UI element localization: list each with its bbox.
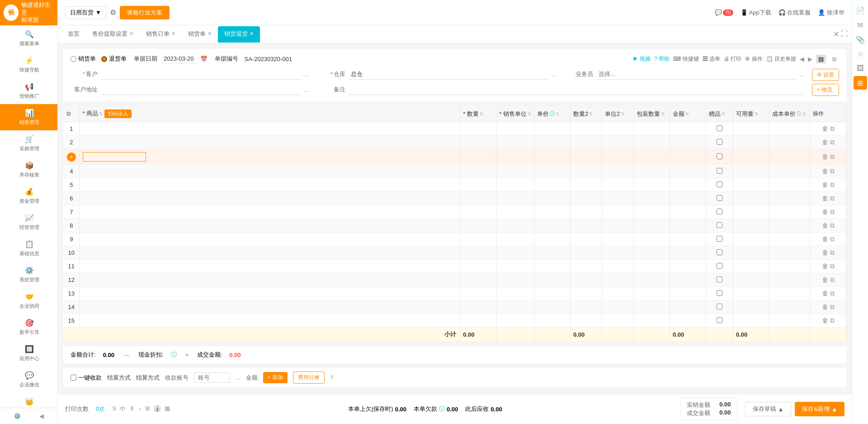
avail-cell-14[interactable]	[733, 300, 769, 314]
avail-cell-11[interactable]	[733, 260, 769, 273]
settings-gear-icon[interactable]: ⚙	[110, 8, 116, 17]
logistics-side-btn[interactable]: + 物流	[812, 84, 839, 96]
price-cell-10[interactable]	[534, 246, 571, 260]
price-cell-1[interactable]	[534, 122, 571, 136]
sidebar-item-apps[interactable]: 🔲应用中心	[0, 340, 57, 367]
unit2-cell-4[interactable]	[602, 165, 634, 178]
cost-cell-15[interactable]	[769, 314, 810, 328]
gift-checkbox-13[interactable]	[717, 290, 722, 296]
amount-cell-1[interactable]	[670, 122, 706, 136]
qty-cell-11[interactable]	[460, 260, 496, 273]
unit-cell-10[interactable]	[496, 246, 534, 260]
sidebar-item-finance[interactable]: 💰资金管理	[0, 183, 57, 209]
unit-cell-15[interactable]	[496, 314, 534, 328]
gift-checkbox-14[interactable]	[717, 304, 722, 310]
gift-cell-11[interactable]	[706, 260, 733, 273]
pack-cell-10[interactable]	[634, 246, 670, 260]
tab-price[interactable]: 售价提取设置✕	[86, 26, 140, 43]
delete-icon-12[interactable]: 🗑	[822, 276, 828, 284]
tool-6[interactable]: 👔	[154, 405, 161, 413]
note-input[interactable]	[348, 84, 805, 95]
price-cell-12[interactable]	[534, 273, 571, 287]
pack-cell-8[interactable]	[634, 219, 670, 233]
qty2-cell-6[interactable]	[571, 192, 602, 205]
staff-input[interactable]	[596, 69, 797, 80]
amount-cell-13[interactable]	[670, 287, 706, 300]
close-window-icon[interactable]: ✕	[833, 30, 839, 38]
avail-cell-3[interactable]	[733, 149, 769, 165]
cost-cell-4[interactable]	[769, 165, 810, 178]
rp-star-icon[interactable]: ☆	[854, 47, 867, 61]
save-draft-btn[interactable]: 保存草稿 ▲	[745, 402, 792, 416]
qty2-cell-8[interactable]	[571, 219, 602, 233]
tool-5[interactable]: ⊞	[145, 405, 150, 413]
unit2-cell-9[interactable]	[602, 233, 634, 246]
avail-cell-15[interactable]	[733, 314, 769, 328]
pack-cell-13[interactable]	[634, 287, 670, 300]
tab-close-price[interactable]: ✕	[129, 31, 133, 37]
gift-cell-13[interactable]	[706, 287, 733, 300]
gift-cell-8[interactable]	[706, 219, 733, 233]
split-help-icon[interactable]: ?	[330, 374, 333, 381]
debt-icon[interactable]: ⓘ	[439, 405, 445, 413]
pack-cell-14[interactable]	[634, 300, 670, 314]
unit-cell-7[interactable]	[496, 205, 534, 219]
gift-checkbox-9[interactable]	[717, 236, 722, 242]
delete-icon-3[interactable]: 🗑	[822, 153, 828, 161]
delete-icon-1[interactable]: 🗑	[822, 125, 828, 133]
qty-cell-4[interactable]	[460, 165, 496, 178]
unit-cell-5[interactable]	[496, 178, 534, 192]
gift-checkbox-15[interactable]	[717, 317, 722, 323]
unit-cell-14[interactable]	[496, 300, 534, 314]
product-cell-4[interactable]	[80, 165, 460, 178]
unit2-cell-7[interactable]	[602, 205, 634, 219]
one-click-payment-checkbox[interactable]	[71, 375, 76, 381]
qty-cell-1[interactable]	[460, 122, 496, 136]
gear-icon[interactable]: ⚙	[66, 110, 71, 117]
nav-prev[interactable]: ◀	[800, 56, 804, 62]
price-cell-2[interactable]	[534, 136, 571, 149]
customer-picker[interactable]: ...	[304, 71, 309, 78]
tab-sales_order[interactable]: 销售订单✕	[140, 26, 182, 43]
amount-cell-4[interactable]	[670, 165, 706, 178]
pack-cell-5[interactable]	[634, 178, 670, 192]
radio-return-input[interactable]	[101, 56, 107, 62]
gift-cell-12[interactable]	[706, 273, 733, 287]
amount-cell-9[interactable]	[670, 233, 706, 246]
tab-close-sales_return[interactable]: ✕	[250, 31, 254, 37]
cost-cell-13[interactable]	[769, 287, 810, 300]
qty2-cell-13[interactable]	[571, 287, 602, 300]
cost-cell-8[interactable]	[769, 219, 810, 233]
unit-cell-13[interactable]	[496, 287, 534, 300]
avail-cell-8[interactable]	[733, 219, 769, 233]
product-cell-15[interactable]	[80, 314, 460, 328]
avail-cell-7[interactable]	[733, 205, 769, 219]
qty-cell-3[interactable]	[460, 149, 496, 165]
gift-cell-7[interactable]	[706, 205, 733, 219]
cost-cell-2[interactable]	[769, 136, 810, 149]
unit-cell-6[interactable]	[496, 192, 534, 205]
sidebar-item-shortcut[interactable]: ⚡快捷导航	[0, 52, 57, 78]
unit2-cell-3[interactable]	[602, 149, 634, 165]
copy-icon-1[interactable]: ⧉	[830, 125, 835, 133]
price-cell-9[interactable]	[534, 233, 571, 246]
qty-cell-6[interactable]	[460, 192, 496, 205]
one-click-payment-label[interactable]: 一键收款	[71, 374, 102, 382]
avail-cell-13[interactable]	[733, 287, 769, 300]
delete-icon-10[interactable]: 🗑	[822, 249, 828, 257]
delete-icon-6[interactable]: 🗑	[822, 195, 828, 202]
sidebar-item-marketing[interactable]: 📢营销推广	[0, 78, 57, 104]
unit2-cell-1[interactable]	[602, 122, 634, 136]
pack-cell-3[interactable]	[634, 149, 670, 165]
amount-cell-10[interactable]	[670, 246, 706, 260]
cost-cell-5[interactable]	[769, 178, 810, 192]
product-cell-8[interactable]	[80, 219, 460, 233]
gift-checkbox-12[interactable]	[717, 276, 722, 282]
pack-cell-6[interactable]	[634, 192, 670, 205]
unit2-cell-6[interactable]	[602, 192, 634, 205]
help-btn[interactable]: ? 帮助	[654, 55, 670, 63]
industry-dropdown[interactable]: 日用百货 ▼	[65, 6, 106, 19]
add-expense-btn[interactable]: + 添加	[263, 372, 288, 383]
qty2-cell-7[interactable]	[571, 205, 602, 219]
amount-cell-14[interactable]	[670, 300, 706, 314]
